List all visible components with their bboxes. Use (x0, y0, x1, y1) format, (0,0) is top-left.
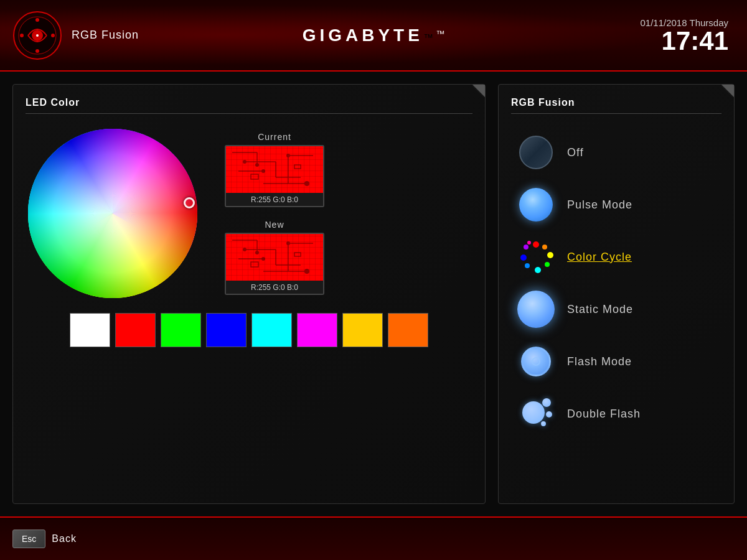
svg-point-19 (286, 154, 290, 157)
svg-point-7 (51, 34, 55, 37)
panel-corner-decoration (472, 85, 485, 97)
dot-orange (542, 245, 547, 250)
led-color-title: LED Color (26, 97, 472, 114)
circle-pulse (519, 188, 553, 222)
new-label: New (265, 220, 284, 230)
mode-off-label: Off (567, 146, 584, 159)
current-color-display (226, 146, 323, 193)
dot-blue-light (525, 263, 530, 268)
mode-color-cycle-label: Color Cycle (567, 251, 632, 264)
svg-point-15 (243, 160, 247, 164)
svg-point-33 (261, 257, 265, 261)
svg-rect-39 (251, 262, 258, 267)
mode-flash-icon (517, 343, 555, 380)
header-datetime: 01/11/2018 Thursday 17:41 (640, 17, 728, 54)
mode-static-icon (517, 291, 555, 328)
svg-point-38 (304, 269, 309, 274)
swatch-green[interactable] (161, 313, 201, 347)
svg-rect-24 (294, 165, 301, 169)
svg-point-5 (35, 49, 39, 53)
new-preview-box[interactable]: R:255 G:0 B:0 (225, 233, 324, 295)
df-main (522, 401, 545, 424)
svg-point-31 (243, 248, 247, 251)
swatch-yellow[interactable] (342, 313, 383, 347)
back-label: Back (52, 533, 77, 544)
mode-pulse-label: Pulse Mode (567, 198, 632, 212)
brand-name: GIGABYTE™ (303, 26, 445, 45)
color-wheel-cursor (184, 197, 195, 208)
mode-color-cycle-icon (517, 238, 555, 276)
color-cycle-dots (517, 238, 555, 276)
mode-color-cycle[interactable]: Color Cycle (511, 231, 721, 283)
svg-point-22 (304, 181, 309, 186)
left-panel: LED Color (12, 84, 486, 504)
color-picker-area: Current (26, 126, 472, 301)
swatch-white[interactable] (70, 313, 110, 347)
current-label: Current (258, 132, 291, 142)
swatch-blue[interactable] (206, 313, 247, 347)
mode-static[interactable]: Static Mode (511, 283, 721, 335)
new-preview-section: New (225, 220, 324, 295)
swatch-red[interactable] (115, 313, 156, 347)
swatch-cyan[interactable] (251, 313, 292, 347)
svg-point-6 (20, 34, 24, 37)
header-time: 17:41 (662, 26, 728, 55)
swatch-magenta[interactable] (297, 313, 337, 347)
swatch-orange[interactable] (388, 313, 428, 347)
current-preview-section: Current (225, 132, 324, 207)
svg-point-4 (35, 18, 39, 22)
new-color-display (226, 234, 323, 281)
dot-purple (524, 245, 529, 250)
color-wheel[interactable] (26, 126, 200, 301)
df-small-3 (541, 421, 546, 426)
right-panel-corner (721, 85, 734, 97)
df-small-2 (546, 411, 552, 418)
mode-double-flash-icon (517, 395, 555, 432)
dot-blue (520, 254, 527, 261)
mode-off-icon (517, 134, 555, 171)
header: RGB Fusion GIGABYTE™ 01/11/2018 Thursday… (0, 0, 747, 72)
preview-panels: Current (225, 132, 324, 295)
current-preview-box[interactable]: R:255 G:0 B:0 (225, 145, 324, 207)
mode-off[interactable]: Off (511, 126, 721, 179)
header-title: RGB Fusion (72, 29, 139, 42)
df-small-1 (542, 398, 551, 407)
svg-rect-40 (294, 253, 301, 256)
svg-rect-23 (251, 174, 258, 179)
mode-flash[interactable]: Flash Mode (511, 335, 721, 388)
mode-double-flash-label: Double Flash (567, 408, 641, 421)
mode-pulse-icon (517, 186, 555, 223)
app-logo (12, 11, 62, 60)
current-rgb-value: R:255 G:0 B:0 (226, 193, 323, 207)
mode-flash-label: Flash Mode (567, 355, 632, 368)
svg-point-27 (255, 251, 259, 254)
new-rgb-value: R:255 G:0 B:0 (226, 281, 323, 294)
mode-static-label: Static Mode (567, 303, 633, 316)
color-wheel-canvas[interactable] (26, 126, 200, 301)
svg-point-35 (286, 241, 290, 245)
circle-static (517, 291, 555, 328)
right-panel: RGB Fusion Off Pulse Mode (498, 84, 735, 504)
current-preview-inner (226, 146, 323, 193)
color-swatches (26, 313, 472, 347)
svg-point-3 (35, 34, 39, 37)
svg-point-17 (261, 169, 265, 173)
dot-red (533, 241, 539, 248)
circle-off (519, 136, 553, 169)
dot-yellow (547, 252, 553, 258)
esc-button[interactable]: Esc (12, 530, 45, 548)
mode-pulse[interactable]: Pulse Mode (511, 179, 721, 231)
dot-cyan (535, 267, 541, 273)
new-preview-inner (226, 234, 323, 281)
dot-pink (527, 241, 531, 245)
dot-green (545, 262, 550, 267)
rgb-fusion-title: RGB Fusion (511, 97, 721, 114)
mode-double-flash[interactable]: Double Flash (511, 388, 721, 440)
double-flash-dots (517, 395, 555, 432)
svg-point-11 (255, 163, 259, 167)
bottom-bar: Esc Back (0, 516, 747, 560)
circle-flash-inner (532, 357, 540, 366)
